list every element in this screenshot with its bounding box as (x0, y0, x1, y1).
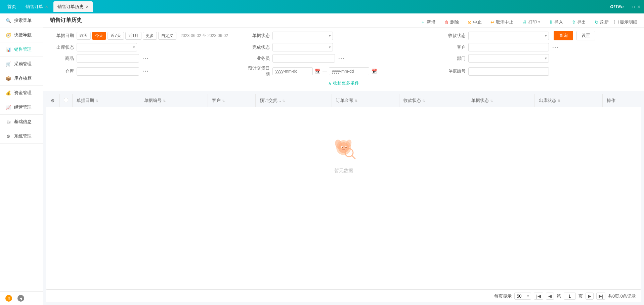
pager-next[interactable]: ▶ (586, 293, 594, 300)
collapse-button[interactable]: ∧ 收起更多条件 (328, 79, 359, 87)
date-custom[interactable]: 自定义 (158, 32, 176, 40)
print-arrow: ▾ (538, 20, 540, 24)
product-input[interactable] (77, 54, 139, 63)
svg-line-10 (352, 156, 355, 159)
pager-last[interactable]: ▶| (596, 293, 605, 300)
stop-button[interactable]: ⊘ 中止 (464, 18, 485, 27)
receipt-status-select[interactable] (468, 32, 549, 40)
sidebar-item-operations[interactable]: 📈 经营管理 (0, 100, 43, 115)
show-detail-checkbox[interactable] (614, 20, 618, 24)
th-amount[interactable]: 订单金额 ⇅ (332, 94, 399, 107)
sidebar-settings-icon[interactable]: ⚙ (5, 295, 12, 302)
th-order-status[interactable]: 单据状态 ⇅ (467, 94, 535, 107)
order-no-input[interactable] (468, 67, 549, 76)
tab-sales-order-history[interactable]: 销售订单历史 ✕ (53, 1, 93, 12)
delivery-date-to[interactable] (329, 67, 369, 75)
sidebar-item-search-menu[interactable]: 🔍 搜索菜单 (0, 13, 43, 28)
filter-date-content: 昨天 今天 近7天 近1月 更多 自定义 2023-06-02 至 2023-0… (77, 32, 246, 40)
salesperson-label: 业务员 (246, 55, 272, 62)
th-customer[interactable]: 客户 ⇅ (208, 94, 256, 107)
filter-delivery-date: 预计交货日期 📅 — 📅 (246, 65, 441, 77)
filter-row-2: 出库状态 完成状态 (50, 43, 637, 51)
sidebar-item-sys-mgmt[interactable]: ⚙ 系统管理 (0, 129, 43, 144)
date-last1month[interactable]: 近1月 (125, 32, 142, 40)
page-input[interactable] (564, 293, 576, 300)
date-last7[interactable]: 近7天 (108, 32, 124, 40)
export-button[interactable]: ⇧ 导出 (568, 18, 589, 27)
page-size-select[interactable]: 10 20 50 100 (514, 293, 531, 300)
cancel-stop-icon: ↩ (490, 20, 495, 25)
tab-home[interactable]: 首页 (3, 1, 20, 12)
department-select[interactable] (468, 54, 549, 63)
filter-completion-status-content (272, 43, 441, 51)
th-outbound-status[interactable]: 出库状态 ⇅ (535, 94, 603, 107)
product-dots[interactable]: ··· (141, 55, 150, 62)
sidebar-item-finance[interactable]: 💰 资金管理 (0, 86, 43, 100)
window-maximize[interactable]: □ (632, 4, 635, 9)
order-status-select[interactable] (272, 32, 333, 40)
window-close[interactable]: ✕ (637, 4, 641, 9)
cancel-stop-button[interactable]: ↩ 取消中止 (487, 18, 517, 27)
show-detail-checkbox-wrapper[interactable]: 显示明细 (614, 19, 637, 25)
window-minimize[interactable]: ─ (627, 4, 630, 9)
outbound-status-select[interactable] (77, 43, 137, 51)
delete-icon: 🗑 (444, 20, 449, 25)
customer-input[interactable] (468, 43, 549, 51)
sidebar-item-basic-info[interactable]: 🗂 基础信息 (0, 115, 43, 129)
sales-order-history-tab-close[interactable]: ✕ (86, 5, 89, 9)
sidebar-item-inventory[interactable]: 📦 库存核算 (0, 71, 43, 86)
import-button[interactable]: ⇩ 导入 (546, 18, 566, 27)
query-button[interactable]: 查询 (554, 31, 573, 40)
select-all-checkbox[interactable] (64, 98, 68, 102)
th-gear[interactable]: ⚙ (46, 94, 59, 107)
receipt-status-label: 收款状态 (441, 33, 468, 39)
table-header-row: ⚙ 单据日期 ⇅ 单据编号 (46, 94, 641, 107)
delivery-date-from-calendar-icon[interactable]: 📅 (315, 69, 320, 74)
completion-status-select[interactable] (272, 43, 333, 51)
filter-order-no: 单据编号 (441, 65, 637, 77)
show-detail-label: 显示明细 (620, 19, 637, 25)
th-date[interactable]: 单据日期 ⇅ (72, 94, 140, 107)
th-receipt-label: 收款状态 (403, 98, 421, 104)
date-more[interactable]: 更多 (143, 32, 157, 40)
print-button[interactable]: 🖨 打印 ▾ (519, 18, 544, 27)
date-yesterday[interactable]: 昨天 (77, 32, 91, 40)
warehouse-input[interactable] (77, 67, 139, 76)
delivery-date-to-calendar-icon[interactable]: 📅 (371, 69, 377, 74)
outbound-status-select-wrapper (77, 43, 137, 51)
sidebar-item-quick-nav[interactable]: 🧭 快捷导航 (0, 28, 43, 42)
tab-sales-order[interactable]: 销售订单 ✕ (22, 1, 52, 12)
delete-button[interactable]: 🗑 删除 (441, 18, 462, 27)
filter-customer-content: ··· (468, 43, 637, 51)
pager-first[interactable]: |◀ (534, 293, 543, 300)
th-receipt-status[interactable]: 收款状态 ⇅ (399, 94, 467, 107)
filter-warehouse: 仓库 ··· (50, 65, 246, 77)
delete-button-label: 删除 (450, 19, 459, 25)
wallet-icon: 💰 (5, 90, 11, 96)
sidebar-item-sales-mgmt[interactable]: 📊 销售管理 (0, 42, 43, 57)
new-button[interactable]: ＋ 新增 (417, 18, 439, 27)
compass-icon: 🧭 (5, 32, 11, 38)
th-no-label: 单据编号 (144, 98, 162, 104)
pager-prev[interactable]: ◀ (546, 293, 554, 300)
salesperson-dots[interactable]: ··· (337, 55, 346, 62)
empty-text: 暂无数据 (334, 168, 353, 174)
warehouse-dots[interactable]: ··· (141, 68, 150, 74)
delivery-date-from[interactable] (272, 67, 313, 75)
delivery-sort-icon: ⇅ (282, 99, 285, 103)
file-icon: 🗂 (5, 119, 11, 125)
customer-dots[interactable]: ··· (551, 44, 560, 50)
th-operation-label: 操作 (607, 98, 615, 103)
th-no[interactable]: 单据编号 ⇅ (140, 94, 208, 107)
pager-page-suffix: 页 (578, 293, 583, 299)
sidebar-item-purchase-mgmt[interactable]: 🛒 采购管理 (0, 57, 43, 71)
salesperson-input[interactable] (272, 54, 335, 63)
gear-icon[interactable]: ⚙ (51, 98, 55, 103)
sidebar-collapse-icon[interactable]: ◀ (17, 295, 24, 302)
sales-order-tab-close[interactable]: ✕ (45, 5, 48, 9)
refresh-button[interactable]: ↻ 刷新 (591, 18, 612, 27)
th-check[interactable] (59, 94, 72, 107)
th-delivery-date[interactable]: 预计交货... ⇅ (256, 94, 332, 107)
date-today[interactable]: 今天 (92, 32, 106, 40)
setting-button[interactable]: 设置 (576, 31, 595, 40)
